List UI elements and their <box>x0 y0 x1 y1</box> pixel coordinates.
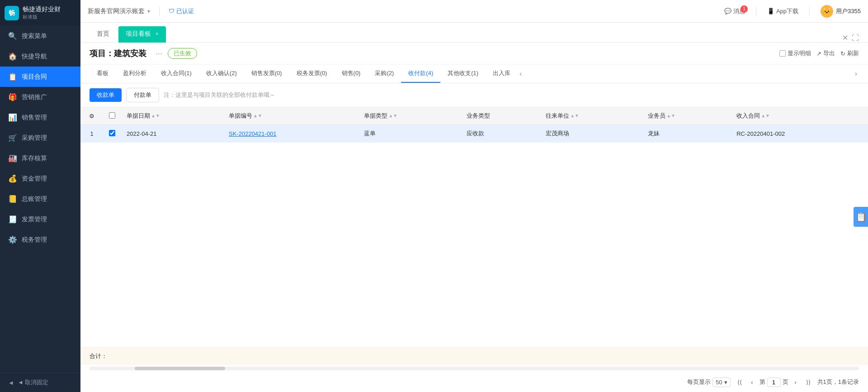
cell-number: SK-20220421-001 <box>223 125 359 143</box>
sidebar-subtitle: 标准版 <box>23 14 61 20</box>
sidebar-footer-label: ◄ 取消固定 <box>18 378 48 387</box>
project-icon: 📋 <box>8 72 17 81</box>
invoice-icon: 🧾 <box>8 215 17 224</box>
prev-page-button[interactable]: ‹ <box>747 377 758 387</box>
select-all-checkbox[interactable] <box>109 112 115 119</box>
sidebar-unpin[interactable]: ◄ ◄ 取消固定 <box>0 373 80 392</box>
sidebar-item-purchase[interactable]: 🛒 采购管理 <box>0 128 80 148</box>
th-salesperson: 业务员 ▲▼ <box>642 107 731 125</box>
sidebar-item-search[interactable]: 🔍 搜索菜单 <box>0 26 80 46</box>
topbar-divider <box>159 7 160 16</box>
export-action[interactable]: ↗ 导出 <box>816 49 835 57</box>
page-size-select: 每页显示 50 ▾ <box>687 378 730 387</box>
type-sort-icon[interactable]: ▲▼ <box>388 114 397 118</box>
cell-partner: 宏茂商场 <box>540 125 642 143</box>
payments-button[interactable]: 付款单 <box>126 88 159 102</box>
subtab-purchase[interactable]: 采购(2) <box>368 65 401 83</box>
sidebar-item-project[interactable]: 📋 项目合同 <box>0 67 80 87</box>
tab-project-board-label: 项目看板 <box>126 30 151 37</box>
subtab-sales[interactable]: 销售(0) <box>335 65 368 83</box>
receipts-button[interactable]: 收款单 <box>90 88 122 102</box>
subtab-inout[interactable]: 出入库 <box>486 65 518 83</box>
subtab-income-contract[interactable]: 收入合同(1) <box>154 65 199 83</box>
show-detail-checkbox[interactable] <box>779 50 786 57</box>
record-number-link[interactable]: SK-20220421-001 <box>229 130 277 137</box>
tabbar: 首页 项目看板 × ✕ ⛶ <box>80 23 868 43</box>
tab-project-board[interactable]: 项目看板 × <box>118 26 166 43</box>
content-area: 收款单 付款单 注：这里是与项目关联的全部收付款单哦～ ⚙ <box>80 83 868 392</box>
page-more-icon[interactable]: ··· <box>156 49 162 58</box>
topbar-app-download[interactable]: 📱 App下载 <box>767 7 798 15</box>
date-sort-icon[interactable]: ▲▼ <box>151 114 160 118</box>
topbar-right: 💬 消息 1 📱 App下载 🐱 用户3355 <box>724 5 861 18</box>
subtab-income-confirm[interactable]: 收入确认(2) <box>199 65 244 83</box>
topbar-messages[interactable]: 💬 消息 1 <box>724 7 745 15</box>
maximize-window-icon[interactable]: ⛶ <box>852 34 859 42</box>
topbar-user[interactable]: 🐱 用户3355 <box>821 5 861 18</box>
sidebar-item-finance[interactable]: 💰 资金管理 <box>0 168 80 189</box>
scroll-track[interactable] <box>90 367 859 370</box>
page-suffix: 页 <box>783 378 788 386</box>
table-row[interactable]: 1 2022-04-21 SK-20220421-001 蓝单 应收款 宏茂商场… <box>80 125 868 143</box>
sidebar-logo: 畅 <box>5 6 19 20</box>
username-label: 用户3355 <box>836 7 861 15</box>
cell-index: 1 <box>80 125 103 143</box>
th-partner: 往来单位 ▲▼ <box>540 107 642 125</box>
messages-badge: 1 <box>741 5 748 13</box>
tab-close-icon[interactable]: × <box>156 31 159 37</box>
sidebar-item-sales[interactable]: 📊 销售管理 <box>0 107 80 128</box>
income-contract-sort-icon[interactable]: ▲▼ <box>761 114 770 118</box>
sidebar-item-quick[interactable]: 🏠 快捷导航 <box>0 46 80 67</box>
sidebar-item-ledger[interactable]: 📒 总账管理 <box>0 189 80 209</box>
purchase-icon: 🛒 <box>8 134 17 142</box>
tab-home[interactable]: 首页 <box>90 26 117 43</box>
page-header-actions: 显示明细 ↗ 导出 ↻ 刷新 <box>779 49 859 57</box>
salesperson-sort-icon[interactable]: ▲▼ <box>666 114 675 118</box>
next-page-button[interactable]: › <box>790 377 801 387</box>
tax-icon: ⚙️ <box>8 235 17 244</box>
th-settings[interactable]: ⚙ <box>80 107 103 125</box>
show-detail-action[interactable]: 显示明细 <box>779 49 811 57</box>
action-note: 注：这里是与项目关联的全部收付款单哦～ <box>164 91 275 99</box>
right-panel-float[interactable]: 📋 <box>854 207 868 227</box>
window-controls: ✕ ⛶ <box>842 33 859 42</box>
refresh-action[interactable]: ↻ 刷新 <box>840 49 859 57</box>
show-detail-label: 显示明细 <box>788 49 811 57</box>
subtab-receipts[interactable]: 收付款(4) <box>401 65 440 83</box>
cell-checkbox <box>103 125 121 143</box>
subtab-tax-invoice[interactable]: 税务发票(0) <box>289 65 335 83</box>
sidebar-item-inventory[interactable]: 🏭 库存核算 <box>0 148 80 168</box>
subtabs-arrow-right[interactable]: › <box>853 70 859 78</box>
page-title: 项目：建筑安装 <box>90 48 146 59</box>
sidebar-item-invoice[interactable]: 🧾 发票管理 <box>0 209 80 229</box>
last-page-button[interactable]: ⟩⟩ <box>803 377 814 387</box>
per-page-select[interactable]: 50 ▾ <box>712 378 730 387</box>
page-input[interactable] <box>767 378 781 387</box>
cell-salesperson: 龙妹 <box>642 125 731 143</box>
subtab-other[interactable]: 其他收支(1) <box>440 65 486 83</box>
row-checkbox[interactable] <box>109 130 115 136</box>
topbar-dropdown-icon[interactable]: ▾ <box>147 8 150 14</box>
refresh-icon: ↻ <box>840 50 845 57</box>
subtabs-arrow-left[interactable]: ‹ <box>518 70 524 78</box>
export-icon: ↗ <box>816 50 821 57</box>
topbar-project-name: 新服务官网演示账套 <box>88 7 145 15</box>
table-header-row: ⚙ 单据日期 ▲▼ 单据编号 <box>80 107 868 125</box>
table-header: ⚙ 单据日期 ▲▼ 单据编号 <box>80 107 868 125</box>
message-icon: 💬 <box>724 8 731 14</box>
subtab-profit[interactable]: 盈利分析 <box>116 65 154 83</box>
settings-icon[interactable]: ⚙ <box>89 113 94 120</box>
sidebar-item-tax[interactable]: ⚙️ 税务管理 <box>0 229 80 250</box>
first-page-button[interactable]: ⟨⟨ <box>734 377 745 387</box>
partner-sort-icon[interactable]: ▲▼ <box>570 114 579 118</box>
unpin-icon: ◄ <box>8 379 14 386</box>
scroll-thumb[interactable] <box>135 367 225 370</box>
certified-label: 已认证 <box>176 7 194 15</box>
inventory-icon: 🏭 <box>8 154 17 163</box>
close-window-icon[interactable]: ✕ <box>842 33 848 42</box>
sidebar-item-marketing[interactable]: 🎁 营销推广 <box>0 87 80 107</box>
number-sort-icon[interactable]: ▲▼ <box>253 114 262 118</box>
subtab-sales-invoice[interactable]: 销售发票(0) <box>244 65 289 83</box>
subtab-kanban[interactable]: 看板 <box>90 65 116 83</box>
total-info: 共1页，1条记录 <box>817 378 859 386</box>
